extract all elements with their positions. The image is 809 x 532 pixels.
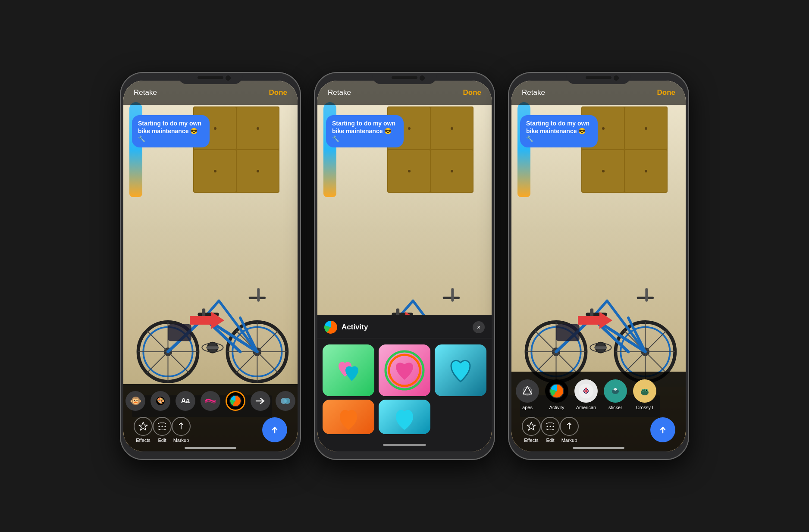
effects-icon-3 [522,417,541,436]
svg-point-85 [614,388,617,391]
shapes-category[interactable]: apes [516,379,539,410]
close-icon: × [477,324,480,331]
activity-sticker-btn[interactable] [226,391,245,411]
sticker-row2-item2[interactable] [379,400,430,434]
text-sticker-btn[interactable]: Aa [176,391,195,411]
monkey-sticker-btn[interactable]: 🐵 [125,391,145,411]
effects-button-3[interactable]: Effects [522,417,541,443]
activity-ring-icon [229,395,241,407]
edit-label-3: Edit [546,438,555,443]
home-indicator-3 [573,447,624,449]
markup-icon-3 [560,417,579,436]
markup-button-3[interactable]: Markup [560,417,579,443]
svg-rect-47 [451,288,454,302]
blur-sticker-btn[interactable] [276,391,295,411]
sticker-label: sticker [608,405,622,410]
activity-picker-title: Activity [342,323,473,332]
markup-button-1[interactable]: Markup [172,417,191,443]
locker-door [582,150,624,192]
svg-rect-21 [168,324,191,341]
heart-pink-sticker[interactable] [379,344,430,396]
edit-icon [153,417,172,436]
home-indicator-1 [185,447,236,449]
hearts-double-sticker[interactable] [323,344,374,396]
svg-point-31 [165,426,166,427]
top-bar-3: Retake Done [511,81,686,105]
arrow-sticker-btn[interactable] [251,391,270,411]
camera-2 [420,75,425,81]
heart-teal-sticker[interactable] [435,344,486,396]
marker-sticker-btn[interactable] [201,391,220,411]
phones-container: Starting to do my own bike maintenance 😎… [0,0,809,532]
sticker-row2-item1[interactable] [323,400,374,434]
done-button-3[interactable]: Done [657,88,676,97]
retake-button-3[interactable]: Retake [522,88,545,97]
svg-point-94 [553,426,554,427]
phone-3: Starting to do my own bike maintenance 😎… [508,72,689,460]
red-arrow-3 [578,312,612,331]
effects-button-1[interactable]: Effects [134,417,153,443]
effects-label-1: Effects [136,438,150,443]
edit-button-3[interactable]: Edit [541,417,560,443]
text-bubble-1: Starting to do my own bike maintenance 😎… [132,115,210,147]
send-button-3[interactable] [650,417,675,442]
effects-icon [134,417,153,436]
retake-button-2[interactable]: Retake [328,88,351,97]
speaker-2 [392,76,417,79]
locker-door [431,107,473,149]
send-button-1[interactable] [262,417,287,442]
locker-door [194,150,236,192]
crossy-icon [633,379,656,403]
text-bubble-3: Starting to do my own bike maintenance 😎… [520,115,598,147]
svg-point-30 [162,426,163,427]
locker-door [431,150,473,192]
markup-label-3: Markup [561,438,577,443]
activity-category[interactable]: Activity [545,379,568,410]
svg-rect-78 [556,324,580,341]
svg-rect-19 [206,346,219,349]
svg-point-93 [550,426,551,427]
home-indicator-2 [383,444,426,446]
svg-rect-72 [645,288,648,302]
locker-door [388,150,430,192]
edit-icon-3 [541,417,560,436]
phone-2: Starting to do my own bike maintenance 😎… [314,72,495,460]
american-category-icon [574,379,598,403]
american-category[interactable]: American [574,379,598,410]
notch-2 [372,72,437,84]
locker-door [625,107,667,149]
svg-point-92 [547,426,548,427]
done-button-1[interactable]: Done [269,88,288,97]
locker-door [237,107,279,149]
crossy-category[interactable]: Crossy I [633,379,656,410]
rainbow-sticker-btn[interactable]: 🎨 [151,391,170,411]
red-arrow-1 [190,312,224,331]
sticker-category[interactable]: sticker [604,379,627,410]
stickers-grid [317,338,492,400]
activity-picker: Activity × [317,315,492,451]
svg-rect-76 [594,346,607,349]
edit-label-1: Edit [158,438,166,443]
american-label: American [576,405,596,410]
retake-button-1[interactable]: Retake [134,88,157,97]
phone-1: Starting to do my own bike maintenance 😎… [120,72,301,460]
shapes-icon [516,379,539,403]
speaker-1 [198,76,223,79]
activity-category-icon [545,379,568,403]
svg-point-29 [159,426,160,427]
edit-button-1[interactable]: Edit [153,417,172,443]
activity-close-button[interactable]: × [473,321,485,333]
screen-3: Starting to do my own bike maintenance 😎… [511,81,686,451]
locker-door [237,150,279,192]
action-row-3: Effects Edit [511,413,686,443]
category-scroll-3: apes Activity [511,376,686,413]
crossy-label: Crossy I [636,405,653,410]
text-bubble-2: Starting to do my own bike maintenance 😎… [326,115,404,147]
effects-label-3: Effects [524,438,538,443]
action-row-1: Effects Edit [123,413,298,443]
sticker-row2 [317,400,492,438]
activity-ring-header-icon [324,321,337,334]
notch-3 [566,72,631,84]
done-button-2[interactable]: Done [463,88,482,97]
notch-1 [178,72,243,84]
